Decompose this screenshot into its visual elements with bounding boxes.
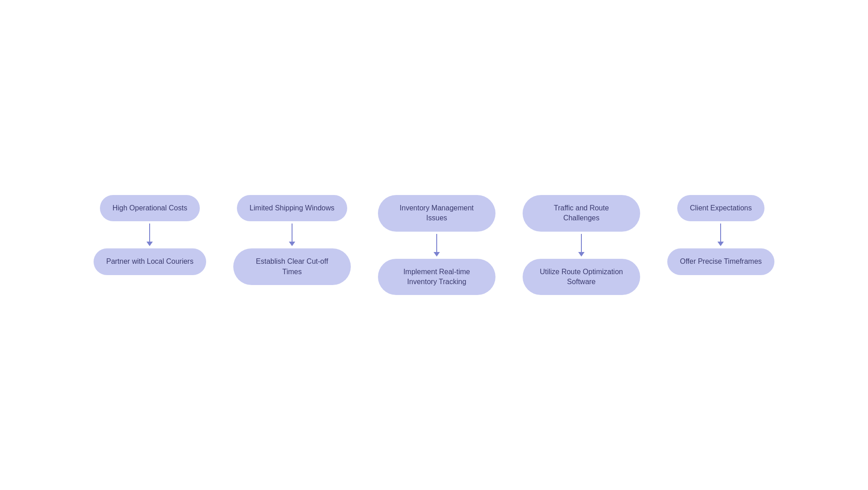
node-partner-local-couriers: Partner with Local Couriers <box>94 248 206 275</box>
flow-column-4: Traffic and Route Challenges Utilize Rou… <box>523 195 640 295</box>
arrow-2 <box>289 221 295 248</box>
node-route-optimization-software: Utilize Route Optimization Software <box>523 259 640 295</box>
flow-column-2: Limited Shipping Windows Establish Clear… <box>233 195 351 285</box>
arrow-line-5 <box>720 224 721 242</box>
node-offer-precise-timeframes: Offer Precise Timeframes <box>667 248 774 275</box>
diagram-container: High Operational Costs Partner with Loca… <box>75 177 793 314</box>
arrow-4 <box>578 232 585 259</box>
flow-column-1: High Operational Costs Partner with Loca… <box>94 195 206 275</box>
node-client-expectations: Client Expectations <box>677 195 764 221</box>
node-establish-cutoff-times: Establish Clear Cut-off Times <box>233 248 351 285</box>
flow-column-3: Inventory Management Issues Implement Re… <box>378 195 495 295</box>
node-high-operational-costs: High Operational Costs <box>100 195 200 221</box>
arrow-head-1 <box>146 242 153 246</box>
arrow-line-3 <box>436 234 437 252</box>
flow-column-5: Client Expectations Offer Precise Timefr… <box>667 195 774 275</box>
arrow-head-3 <box>434 252 440 257</box>
arrow-head-4 <box>578 252 585 257</box>
arrow-3 <box>434 232 440 259</box>
arrow-line-1 <box>149 224 150 242</box>
arrow-5 <box>717 221 724 248</box>
node-limited-shipping-windows: Limited Shipping Windows <box>237 195 347 221</box>
node-realtime-inventory-tracking: Implement Real-time Inventory Tracking <box>378 259 495 295</box>
arrow-head-5 <box>717 242 724 246</box>
arrow-head-2 <box>289 242 295 246</box>
arrow-1 <box>146 221 153 248</box>
node-traffic-route-challenges: Traffic and Route Challenges <box>523 195 640 232</box>
node-inventory-management: Inventory Management Issues <box>378 195 495 232</box>
arrow-line-4 <box>581 234 582 252</box>
arrow-line-2 <box>292 224 292 242</box>
